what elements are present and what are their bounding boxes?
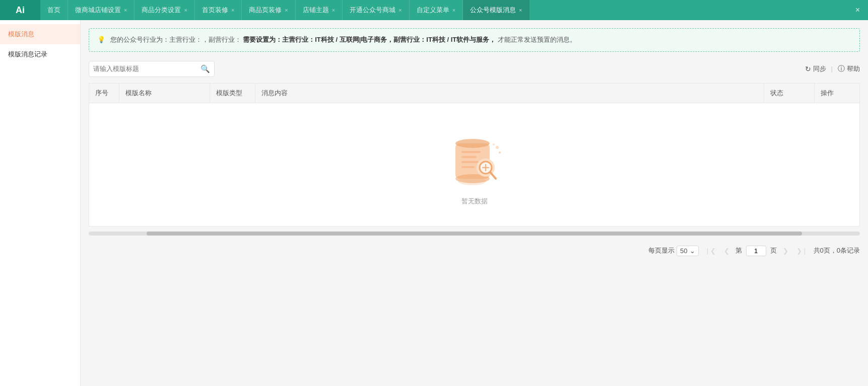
sidebar: 模版消息模版消息记录	[0, 20, 81, 386]
sync-button[interactable]: ↻ 同步	[805, 64, 826, 73]
pagination-summary: 共0页，0条记录	[814, 246, 860, 255]
chevron-down-icon: ⌄	[690, 247, 695, 255]
search-input[interactable]	[93, 65, 198, 72]
data-table: 序号模版名称模版类型消息内容状态操作	[89, 83, 860, 103]
main-layout: 模版消息模版消息记录 💡 您的公众号行业为：主营行业：，副营行业： 需要设置为：…	[0, 20, 868, 386]
svg-point-15	[499, 151, 501, 153]
nav-tab-product-decor[interactable]: 商品页装修×	[242, 0, 295, 20]
nav-tab-homepage-decor[interactable]: 首页装修×	[195, 0, 242, 20]
col-header-content: 消息内容	[255, 83, 764, 103]
col-header-name: 模版名称	[119, 83, 210, 103]
svg-rect-5	[461, 156, 477, 158]
svg-rect-6	[461, 161, 479, 163]
tab-close-custom-menu[interactable]: ×	[452, 7, 455, 13]
per-page-value: 50	[680, 247, 687, 255]
empty-svg-icon	[444, 133, 505, 189]
svg-rect-7	[461, 166, 475, 168]
search-icon[interactable]: 🔍	[201, 64, 210, 73]
scroll-track[interactable]	[89, 231, 860, 236]
search-actions: ↻ 同步 | ⓘ 帮助	[805, 64, 860, 73]
prev-page-button[interactable]: ❮	[722, 246, 731, 256]
scroll-thumb	[147, 231, 802, 236]
search-box: 🔍	[89, 61, 215, 77]
col-header-status: 状态	[764, 83, 815, 103]
col-header-type: 模版类型	[210, 83, 255, 103]
empty-state: 暂无数据	[89, 103, 860, 226]
notice-highlight: 需要设置为：主营行业：IT科技 / 互联网|电子商务，副营行业：IT科技 / I…	[243, 36, 496, 43]
tab-close-template-msg[interactable]: ×	[519, 7, 522, 13]
sidebar-item-template-message-log[interactable]: 模版消息记录	[0, 44, 80, 64]
notice-banner: 💡 您的公众号行业为：主营行业：，副营行业： 需要设置为：主营行业：IT科技 /…	[89, 28, 860, 52]
pagination: 每页显示 50 ⌄ ❘❮ ❮ 第 页 ❯ ❯❘ 共0页，0条记录	[89, 241, 860, 258]
tab-close-homepage-decor[interactable]: ×	[231, 7, 234, 13]
page-label-before: 第	[736, 246, 742, 255]
first-page-button[interactable]: ❘❮	[703, 246, 718, 256]
empty-text: 暂无数据	[89, 197, 859, 206]
help-label: 帮助	[847, 64, 860, 73]
nav-tab-home[interactable]: 首页	[40, 0, 68, 20]
tab-close-shop-theme[interactable]: ×	[332, 7, 335, 13]
top-nav: Ai 首页微商城店铺设置×商品分类设置×首页装修×商品页装修×店铺主题×开通公众…	[0, 0, 868, 20]
sync-icon: ↻	[805, 65, 811, 73]
per-page-select[interactable]: 50 ⌄	[677, 246, 698, 256]
svg-point-14	[496, 146, 499, 149]
nav-tab-shop-theme[interactable]: 店铺主题×	[296, 0, 343, 20]
nav-tab-open-mall[interactable]: 开通公众号商城×	[343, 0, 409, 20]
svg-line-11	[490, 172, 496, 179]
last-page-button[interactable]: ❯❘	[794, 246, 810, 256]
svg-point-2	[455, 139, 490, 148]
nav-tab-template-msg[interactable]: 公众号模版消息×	[463, 0, 529, 20]
notice-icon: 💡	[97, 36, 105, 43]
notice-prefix: 您的公众号行业为：主营行业：，副营行业：	[110, 36, 241, 43]
tab-close-product-decor[interactable]: ×	[285, 7, 288, 13]
page-label-after: 页	[770, 246, 777, 255]
sidebar-item-template-message[interactable]: 模版消息	[0, 24, 80, 44]
col-header-seq: 序号	[89, 83, 119, 103]
per-page-label: 每页显示	[648, 246, 675, 255]
empty-illustration	[444, 133, 505, 189]
next-page-button[interactable]: ❯	[781, 246, 790, 256]
content-area: 💡 您的公众号行业为：主营行业：，副营行业： 需要设置为：主营行业：IT科技 /…	[81, 20, 868, 386]
per-page-selector: 每页显示 50 ⌄	[648, 246, 698, 256]
nav-tab-custom-menu[interactable]: 自定义菜单×	[410, 0, 463, 20]
svg-rect-4	[461, 151, 481, 153]
nav-tab-shop-settings[interactable]: 微商城店铺设置×	[68, 0, 135, 20]
app-logo: Ai	[0, 0, 40, 20]
help-button[interactable]: ⓘ 帮助	[838, 64, 860, 73]
tab-close-open-mall[interactable]: ×	[398, 7, 402, 13]
col-header-action: 操作	[815, 83, 860, 103]
nav-tabs: 首页微商城店铺设置×商品分类设置×首页装修×商品页装修×店铺主题×开通公众号商城…	[40, 0, 847, 20]
notice-suffix: 才能正常发送预置的消息。	[498, 36, 576, 43]
svg-point-16	[493, 143, 495, 145]
page-number-input[interactable]	[746, 246, 766, 256]
help-icon: ⓘ	[838, 64, 845, 73]
nav-tab-category-settings[interactable]: 商品分类设置×	[135, 0, 194, 20]
action-divider: |	[831, 65, 833, 72]
tab-close-category-settings[interactable]: ×	[184, 7, 187, 13]
global-close-button[interactable]: ×	[847, 6, 868, 15]
tab-close-shop-settings[interactable]: ×	[124, 7, 127, 13]
search-area: 🔍 ↻ 同步 | ⓘ 帮助	[89, 61, 860, 77]
sync-label: 同步	[813, 64, 826, 73]
table-header-row: 序号模版名称模版类型消息内容状态操作	[89, 83, 860, 103]
